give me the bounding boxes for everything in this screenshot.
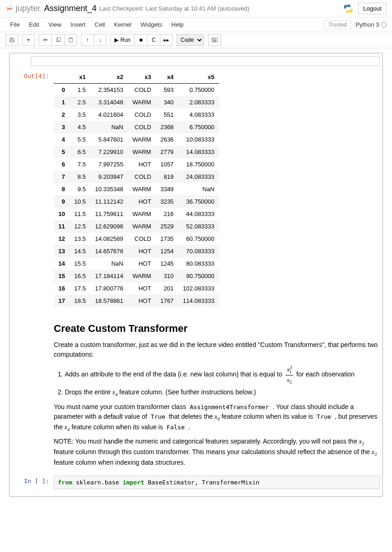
restart-button[interactable]: C: [147, 34, 160, 46]
save-icon: [9, 37, 15, 43]
table-cell: 1245: [156, 257, 178, 270]
interrupt-button[interactable]: ■: [134, 34, 147, 46]
table-row: 01.52.354153COLD5930.750000: [54, 84, 219, 97]
svg-rect-7: [57, 38, 60, 41]
table-cell: 2368: [156, 121, 178, 133]
row-index: 16: [54, 282, 69, 295]
table-cell: 6.750000: [178, 121, 219, 133]
column-header: x1: [69, 71, 90, 84]
cut-button[interactable]: ✂: [39, 34, 51, 46]
table-cell: 3235: [156, 195, 178, 208]
table-cell: NaN: [91, 257, 128, 270]
jupyter-logo[interactable]: jupyter: [6, 4, 40, 13]
code-input[interactable]: from sklearn.base import BaseEstimator, …: [54, 476, 380, 489]
table-row: 1112.512.629096WARM252952.083333: [54, 220, 219, 233]
kernel-name: Python 3: [356, 21, 379, 28]
output-cell: Out[4]: x1x2x3x4x5 01.52.354153COLD5930.…: [12, 71, 380, 307]
menu-kernel[interactable]: Kernel: [109, 19, 136, 30]
table-cell: 7.997255: [91, 158, 128, 171]
table-row: 910.511.112142HOT323536.750000: [54, 195, 219, 208]
row-index: 8: [54, 183, 69, 195]
logout-button[interactable]: Logout: [358, 3, 386, 14]
paste-button[interactable]: [64, 34, 77, 46]
table-row: 78.59.203947COLD81924.083333: [54, 171, 219, 183]
autosaved-text: (autosaved): [218, 5, 250, 12]
table-cell: 2.354153: [91, 84, 128, 97]
table-row: 1617.517.800776HOT201102.083333: [54, 282, 219, 295]
table-cell: 1767: [156, 295, 178, 307]
markdown-prompt: [12, 312, 54, 471]
menu-edit[interactable]: Edit: [24, 19, 44, 30]
save-button[interactable]: [6, 34, 18, 46]
markdown-cell[interactable]: Create Custom Transformer Create a custo…: [12, 312, 380, 471]
table-cell: 52.083333: [178, 220, 219, 233]
row-index: 3: [54, 121, 69, 133]
table-row: 12.53.314048WARM3402.083333: [54, 96, 219, 108]
table-cell: 16.5: [69, 270, 90, 282]
stop-icon: ■: [139, 37, 142, 43]
table-cell: 9.203947: [91, 171, 128, 183]
table-cell: 13.5: [69, 233, 90, 245]
restart-run-all-button[interactable]: ▸▸: [160, 34, 173, 46]
menu-file[interactable]: File: [6, 19, 24, 30]
column-header: x2: [91, 71, 128, 84]
jupyter-brand: jupyter: [16, 4, 40, 13]
svg-point-1: [7, 11, 8, 11]
cell-type-select[interactable]: Code: [176, 34, 204, 46]
table-cell: 14.082589: [91, 233, 128, 245]
table-cell: 5.847601: [91, 133, 128, 146]
table-cell: 14.5: [69, 245, 90, 257]
table-cell: COLD: [128, 84, 156, 97]
table-cell: 3.314048: [91, 96, 128, 108]
svg-rect-12: [214, 39, 215, 40]
column-header: [54, 71, 69, 84]
table-cell: 2.5: [69, 96, 90, 108]
table-cell: WARM: [128, 183, 156, 195]
table-cell: WARM: [128, 96, 156, 108]
notebook-name[interactable]: Assignment_4: [44, 4, 97, 13]
menu-help[interactable]: Help: [167, 19, 188, 30]
previous-cell-fragment[interactable]: [31, 56, 380, 66]
row-index: 12: [54, 233, 69, 245]
arrow-down-icon: ↓: [99, 37, 102, 43]
table-cell: 201: [156, 282, 178, 295]
row-index: 14: [54, 257, 69, 270]
table-cell: 340: [156, 96, 178, 108]
checkpoint-text: Last Checkpoint: Last Saturday at 10:41 …: [99, 5, 216, 12]
menu-widgets[interactable]: Widgets: [136, 19, 167, 30]
add-cell-button[interactable]: +: [22, 34, 35, 46]
table-cell: WARM: [128, 208, 156, 220]
table-cell: 44.083333: [178, 208, 219, 220]
command-palette-button[interactable]: [208, 34, 221, 46]
table-cell: 24.083333: [178, 171, 219, 183]
menu-insert[interactable]: Insert: [66, 19, 90, 30]
fraction-x1cubed-over-x5: x31 x5: [285, 364, 293, 386]
table-row: 67.57.997255HOT105718.750000: [54, 158, 219, 171]
kernel-indicator[interactable]: Python 3: [356, 21, 386, 28]
table-cell: NaN: [178, 183, 219, 195]
table-cell: 90.750000: [178, 270, 219, 282]
table-cell: 819: [156, 171, 178, 183]
trusted-indicator[interactable]: Trusted: [324, 20, 351, 29]
move-up-button[interactable]: ↑: [81, 34, 94, 46]
table-cell: 2636: [156, 133, 178, 146]
table-cell: NaN: [91, 121, 128, 133]
markdown-li1: Adds an attribute to the end of the data…: [65, 364, 380, 386]
svg-rect-11: [213, 39, 214, 40]
table-cell: WARM: [128, 146, 156, 158]
li1-text-b: for each observation: [296, 370, 355, 378]
table-cell: 12.629096: [91, 220, 128, 233]
copy-button[interactable]: [51, 34, 64, 46]
move-down-button[interactable]: ↓: [94, 34, 107, 46]
svg-rect-4: [11, 38, 13, 40]
table-cell: 18.578861: [91, 295, 128, 307]
table-cell: 7.5: [69, 158, 90, 171]
menu-view[interactable]: View: [44, 19, 66, 30]
table-row: 56.57.229910WARM277914.083333: [54, 146, 219, 158]
table-cell: 4.5: [69, 121, 90, 133]
code-cell[interactable]: In [ ]: from sklearn.base import BaseEst…: [12, 476, 380, 489]
table-row: 1314.514.657678HOT125470.083333: [54, 245, 219, 257]
row-index: 6: [54, 158, 69, 171]
run-button[interactable]: ▶Run: [110, 34, 134, 46]
menu-cell[interactable]: Cell: [90, 19, 109, 30]
